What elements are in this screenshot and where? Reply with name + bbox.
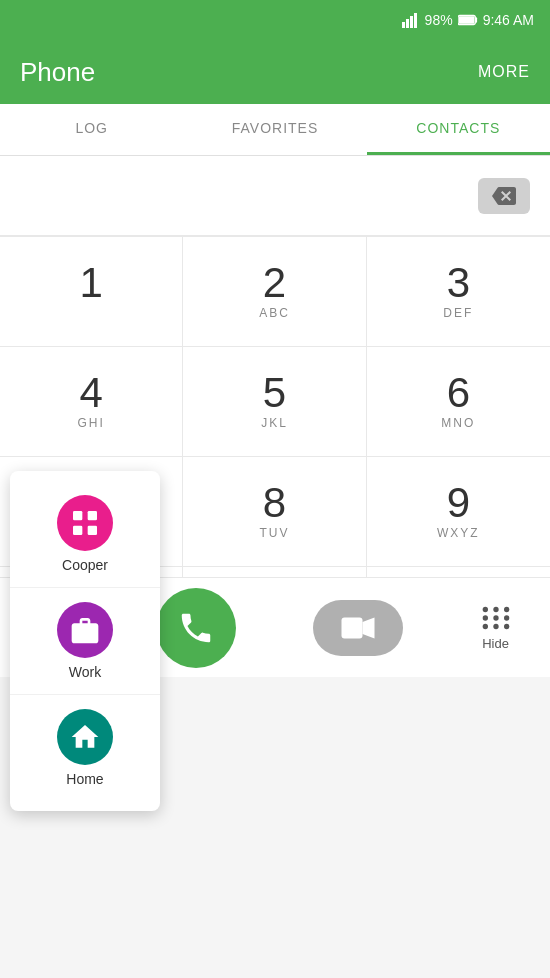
tab-log[interactable]: LOG xyxy=(0,104,183,155)
svg-point-27 xyxy=(504,624,509,629)
tab-favorites[interactable]: FAVORITES xyxy=(183,104,366,155)
backspace-button[interactable] xyxy=(478,178,530,214)
cooper-avatar xyxy=(57,495,113,551)
signal-icon xyxy=(402,12,420,28)
tab-bar: LOG FAVORITES CONTACTS xyxy=(0,104,550,156)
svg-point-19 xyxy=(482,607,487,612)
svg-rect-5 xyxy=(475,17,477,22)
svg-point-26 xyxy=(493,624,498,629)
svg-rect-7 xyxy=(73,511,82,520)
dial-key-3[interactable]: 3 DEF xyxy=(367,237,550,347)
status-bar: 98% 9:46 AM xyxy=(0,0,550,40)
call-button[interactable] xyxy=(156,588,236,668)
app-title: Phone xyxy=(20,57,95,88)
dial-key-6[interactable]: 6 MNO xyxy=(367,347,550,457)
svg-rect-10 xyxy=(88,526,97,535)
home-avatar xyxy=(57,709,113,765)
dial-key-4[interactable]: 4 GHI xyxy=(0,347,183,457)
briefcase-icon xyxy=(69,614,101,646)
svg-rect-6 xyxy=(459,16,474,23)
svg-rect-0 xyxy=(402,22,405,28)
hide-dialpad-button[interactable]: Hide xyxy=(480,604,512,651)
dial-key-2[interactable]: 2 ABC xyxy=(183,237,366,347)
svg-point-23 xyxy=(493,615,498,620)
grid-icon xyxy=(69,507,101,539)
svg-point-21 xyxy=(504,607,509,612)
call-icon xyxy=(177,609,215,647)
popup-item-work[interactable]: Work xyxy=(10,588,160,695)
svg-rect-3 xyxy=(414,13,417,28)
battery-text: 98% xyxy=(425,12,453,28)
more-button[interactable]: MORE xyxy=(478,63,530,81)
svg-point-25 xyxy=(482,624,487,629)
dialpad-icon xyxy=(480,604,512,632)
contact-popup: Cooper Work Home xyxy=(10,471,160,811)
battery-icon xyxy=(458,13,478,27)
display-row xyxy=(0,156,550,236)
svg-rect-9 xyxy=(73,526,82,535)
svg-rect-17 xyxy=(341,617,362,638)
svg-marker-18 xyxy=(362,617,374,638)
home-label: Home xyxy=(66,771,103,787)
hide-label: Hide xyxy=(482,636,509,651)
svg-rect-1 xyxy=(406,19,409,28)
svg-point-24 xyxy=(504,615,509,620)
video-button[interactable] xyxy=(313,600,403,656)
svg-rect-8 xyxy=(88,511,97,520)
svg-point-20 xyxy=(493,607,498,612)
app-bar: Phone MORE xyxy=(0,40,550,104)
work-avatar xyxy=(57,602,113,658)
dial-key-1[interactable]: 1 xyxy=(0,237,183,347)
house-icon xyxy=(69,721,101,753)
time-text: 9:46 AM xyxy=(483,12,534,28)
status-icons: 98% 9:46 AM xyxy=(402,12,534,28)
svg-point-22 xyxy=(482,615,487,620)
dial-key-9[interactable]: 9 WXYZ xyxy=(367,457,550,567)
dial-key-8[interactable]: 8 TUV xyxy=(183,457,366,567)
popup-item-home[interactable]: Home xyxy=(10,695,160,801)
popup-item-cooper[interactable]: Cooper xyxy=(10,481,160,588)
tab-contacts[interactable]: CONTACTS xyxy=(367,104,550,155)
video-icon xyxy=(340,614,376,642)
dial-key-5[interactable]: 5 JKL xyxy=(183,347,366,457)
cooper-label: Cooper xyxy=(62,557,108,573)
svg-rect-2 xyxy=(410,16,413,28)
main-area: 1 2 ABC 3 DEF 4 GHI 5 JKL 6 MNO xyxy=(0,156,550,677)
work-label: Work xyxy=(69,664,101,680)
backspace-icon xyxy=(492,184,516,208)
